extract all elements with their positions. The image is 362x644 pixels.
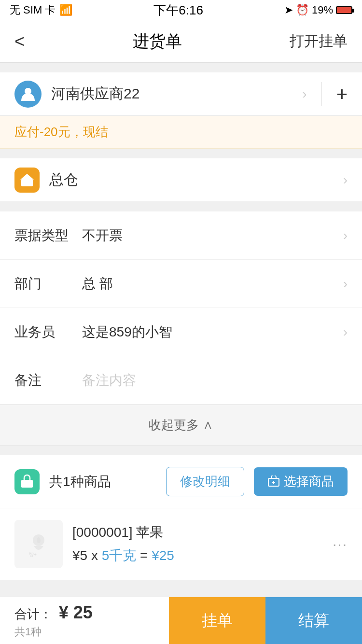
- salesperson-value: 这是859的小智: [77, 323, 343, 341]
- footer-total: 合计： ¥ 25 共1种: [0, 602, 169, 639]
- bill-type-chevron-icon: ›: [343, 228, 348, 243]
- department-value: 总 部: [77, 275, 343, 293]
- salesperson-label: 业务员: [14, 323, 77, 341]
- product-thumbnail: 智+: [14, 520, 63, 568]
- add-supplier-button[interactable]: +: [336, 84, 348, 104]
- collapse-label: 收起更多 ∧: [149, 418, 213, 432]
- supplier-chevron-icon: ›: [302, 86, 306, 102]
- page-title: 进货单: [133, 30, 182, 53]
- status-right: ➤ ⏰ 19%: [284, 4, 352, 16]
- svg-point-8: [37, 537, 41, 543]
- battery-percent: 19%: [312, 4, 333, 16]
- product-total: ¥25: [152, 548, 174, 563]
- nav-bar: < 进货单 打开挂单: [0, 20, 362, 63]
- product-more-button[interactable]: ···: [333, 536, 348, 552]
- gap-2: [0, 149, 362, 158]
- select-product-label: 选择商品: [284, 473, 334, 490]
- footer: 合计： ¥ 25 共1种 挂单 结算: [0, 597, 362, 644]
- back-button[interactable]: <: [14, 31, 25, 52]
- footer-total-label: 合计：: [14, 607, 52, 621]
- alarm-icon: ⏰: [296, 4, 309, 16]
- bill-type-row[interactable]: 票据类型 不开票 ›: [0, 211, 362, 260]
- product-quantity: 5千克: [102, 548, 137, 563]
- gap-1: [0, 63, 362, 72]
- svg-marker-2: [20, 174, 34, 180]
- svg-rect-3: [21, 480, 33, 488]
- remark-input[interactable]: 备注内容: [77, 371, 348, 390]
- svg-text:智+: 智+: [29, 552, 37, 557]
- location-icon: ➤: [284, 4, 293, 16]
- product-multiply: x: [91, 548, 102, 563]
- svg-rect-1: [21, 180, 33, 186]
- supplier-avatar: [14, 81, 42, 108]
- checkout-label: 结算: [298, 610, 329, 631]
- collapse-toggle[interactable]: 收起更多 ∧: [0, 405, 362, 446]
- hang-order-button[interactable]: 挂单: [169, 597, 265, 644]
- battery-icon: [336, 6, 352, 14]
- bill-type-value: 不开票: [77, 226, 343, 245]
- select-product-button[interactable]: 选择商品: [254, 467, 348, 496]
- supplier-row[interactable]: 河南供应商22 › +: [0, 72, 362, 116]
- footer-total-amount: ¥ 25: [59, 602, 93, 622]
- status-bar: 无 SIM 卡 📶 下午6:16 ➤ ⏰ 19%: [0, 0, 362, 20]
- remark-row[interactable]: 备注 备注内容: [0, 356, 362, 405]
- wifi-icon: 📶: [59, 4, 72, 16]
- department-chevron-icon: ›: [343, 276, 348, 292]
- bill-type-label: 票据类型: [14, 226, 77, 245]
- department-label: 部门: [14, 275, 77, 293]
- product-item: 智+ [0000001] 苹果 ¥5 x 5千克 = ¥25 ···: [0, 508, 362, 580]
- salesperson-chevron-icon: ›: [343, 324, 348, 340]
- footer-sub-label: 共1种: [14, 625, 154, 639]
- supplier-name: 河南供应商22: [51, 84, 302, 104]
- product-title-name: 苹果: [136, 525, 163, 540]
- product-name: [0000001] 苹果: [72, 523, 323, 542]
- product-header: 共1种商品 修改明细 选择商品: [0, 455, 362, 508]
- warehouse-label: 总仓: [49, 170, 343, 190]
- warehouse-icon: [14, 168, 40, 193]
- product-code: [0000001]: [72, 525, 133, 540]
- carrier-label: 无 SIM 卡: [10, 3, 56, 17]
- product-price-row: ¥5 x 5千克 = ¥25: [72, 546, 323, 565]
- edit-detail-button[interactable]: 修改明细: [166, 467, 244, 496]
- salesperson-row[interactable]: 业务员 这是859的小智 ›: [0, 308, 362, 356]
- product-unit-price: ¥5: [72, 548, 87, 563]
- gap-4: [0, 446, 362, 455]
- product-equals: =: [140, 548, 152, 563]
- product-count-label: 共1种商品: [49, 473, 156, 491]
- hang-order-label: 挂单: [202, 610, 233, 631]
- divider: [321, 82, 322, 106]
- checkout-button[interactable]: 结算: [265, 597, 362, 644]
- open-hang-button[interactable]: 打开挂单: [290, 31, 348, 51]
- department-row[interactable]: 部门 总 部 ›: [0, 260, 362, 308]
- notice-text: 应付-20元，现结: [14, 125, 108, 139]
- status-left: 无 SIM 卡 📶: [10, 3, 72, 17]
- form-section: 票据类型 不开票 › 部门 总 部 › 业务员 这是859的小智 › 备注 备注…: [0, 211, 362, 405]
- product-header-icon: [14, 469, 40, 494]
- status-time: 下午6:16: [153, 2, 203, 19]
- product-info: [0000001] 苹果 ¥5 x 5千克 = ¥25: [72, 523, 323, 565]
- remark-label: 备注: [14, 371, 77, 390]
- warehouse-chevron-icon: ›: [343, 172, 348, 188]
- gap-3: [0, 202, 362, 211]
- notice-bar: 应付-20元，现结: [0, 116, 362, 149]
- warehouse-row[interactable]: 总仓 ›: [0, 158, 362, 202]
